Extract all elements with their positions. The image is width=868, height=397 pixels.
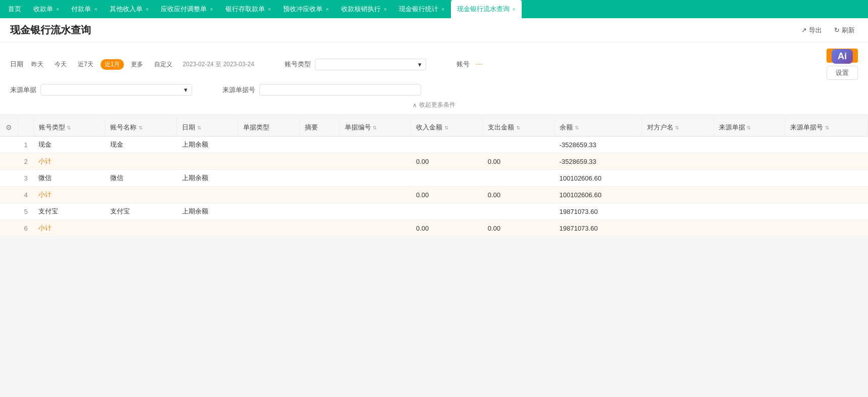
table-cell [238,203,299,220]
th-source-doc[interactable]: 来源单据 ⇅ [713,119,785,137]
th-expense[interactable]: 支出金额 ⇅ [483,119,555,137]
th-account-type[interactable]: 账号类型 ⇅ [33,119,105,137]
table-cell: 上期余额 [177,137,238,153]
page-header: 现金银行流水查询 ↗ 导出 ↻ 刷新 [0,18,868,42]
table-cell: 0.00 [411,187,483,203]
close-icon[interactable]: × [146,0,149,18]
date-btn-more[interactable]: 更多 [127,59,147,70]
nav-item-home[interactable]: 首页 [2,0,27,18]
table-cell: 上期余额 [177,170,238,187]
close-icon[interactable]: × [441,0,444,18]
sort-icon: ⇅ [444,125,448,130]
date-btn-custom[interactable]: 自定义 [150,59,176,70]
th-balance[interactable]: 余额 ⇅ [554,119,642,137]
refresh-button[interactable]: ↻ 刷新 [831,24,858,37]
nav-label-stats: 现金银行统计 [399,0,438,18]
sort-icon: ⇅ [747,125,751,130]
date-btn-1month[interactable]: 近1月 [101,59,124,70]
nav-item-receipt[interactable]: 收款单 × [27,0,65,18]
table-cell [177,187,238,203]
header-actions: ↗ 导出 ↻ 刷新 [798,24,858,37]
nav-item-flow[interactable]: 现金银行流水查询 × [451,0,522,18]
th-doc-no[interactable]: 单据编号 ⇅ [339,119,411,137]
table-row: 4小计0.000.00100102606.60 [0,187,868,203]
sort-icon: ⇅ [67,125,71,130]
table-row: 3微信微信上期余额100102606.60 [0,170,868,187]
nav-item-verify[interactable]: 收款核销执行 × [335,0,393,18]
row-settings-cell [0,220,18,237]
nav-item-other-income[interactable]: 其他收入单 × [104,0,155,18]
date-btn-yesterday[interactable]: 昨天 [27,59,48,70]
table-cell [105,153,177,170]
th-source-doc-no[interactable]: 来源单据号 ⇅ [785,119,868,137]
export-button[interactable]: ↗ 导出 [798,24,825,37]
table-body: 1现金现金上期余额-3528659.332小计0.000.00-3528659.… [0,137,868,237]
table-row: 2小计0.000.00-3528659.33 [0,153,868,170]
account-type-select[interactable]: ▾ [315,59,426,70]
gear-icon[interactable]: ⚙ [6,123,12,131]
sort-icon: ⇅ [373,125,377,130]
th-summary[interactable]: 摘要 [299,119,339,137]
nav-item-bank-deposit[interactable]: 银行存取款单 × [219,0,277,18]
table-cell [713,170,785,187]
table-area: ⚙ 账号类型 ⇅ 账号名称 ⇅ 日期 ⇅ 单据类型 摘要 单据编号 ⇅ 收入金额… [0,119,868,237]
source-doc-select[interactable]: ▾ [40,84,192,96]
date-btn-today[interactable]: 今天 [51,59,71,70]
table-cell [785,203,868,220]
close-icon[interactable]: × [94,0,97,18]
account-type-filter-group: 账号类型 ▾ [285,59,426,70]
filter-row-1: 日期 昨天 今天 近7天 近1月 更多 自定义 2023-02-24 至 202… [10,49,858,80]
table-cell: 2 [18,153,33,170]
source-doc-num-input[interactable] [259,84,421,96]
table-cell [642,137,713,153]
table-cell [177,220,238,237]
close-icon[interactable]: × [210,0,213,18]
th-settings[interactable]: ⚙ [0,119,18,137]
table-cell: 5 [18,203,33,220]
account-dots-button[interactable]: ··· [474,60,484,69]
table-cell [785,153,868,170]
close-icon[interactable]: × [56,0,59,18]
table-cell [299,170,339,187]
th-counterparty[interactable]: 对方户名 ⇅ [642,119,713,137]
close-icon[interactable]: × [384,0,387,18]
sort-icon: ⇅ [575,125,579,130]
ai-badge[interactable]: Ai [832,49,853,64]
close-icon[interactable]: × [326,0,329,18]
top-nav: 首页 收款单 × 付款单 × 其他收入单 × 应收应付调整单 × 银行存取款单 … [0,0,868,18]
nav-item-stats[interactable]: 现金银行统计 × [393,0,450,18]
nav-item-adjustment[interactable]: 应收应付调整单 × [155,0,219,18]
th-num [18,119,33,137]
table-cell [299,220,339,237]
table-cell [713,203,785,220]
th-account-name[interactable]: 账号名称 ⇅ [105,119,177,137]
settings-button[interactable]: 设置 [827,66,858,80]
table-cell [785,137,868,153]
table-cell: 支付宝 [105,203,177,220]
nav-label-receipt: 收款单 [33,0,53,18]
table-row: 5支付宝支付宝上期余额19871073.60 [0,203,868,220]
table-row: 6小计0.000.0019871073.60 [0,220,868,237]
table-cell [105,220,177,237]
close-icon[interactable]: × [268,0,271,18]
date-range-value: 2023-02-24 至 2023-03-24 [182,60,254,69]
table-cell: 0.00 [411,220,483,237]
row-settings-cell [0,187,18,203]
export-icon: ↗ [801,26,807,34]
close-icon[interactable]: × [513,0,516,18]
date-btn-7days[interactable]: 近7天 [74,59,98,70]
table-cell [411,170,483,187]
collapse-row[interactable]: ∧ 收起更多条件 [10,100,858,110]
th-doc-type[interactable]: 单据类型 [238,119,299,137]
th-date[interactable]: 日期 ⇅ [177,119,238,137]
nav-item-prepay[interactable]: 预收冲应收单 × [277,0,335,18]
table-cell [713,153,785,170]
th-income[interactable]: 收入金额 ⇅ [411,119,483,137]
table-cell [785,187,868,203]
table-cell: 100102606.60 [554,170,642,187]
table-cell: -3528659.33 [554,137,642,153]
table-cell [642,153,713,170]
export-label: 导出 [809,26,822,35]
nav-item-payment[interactable]: 付款单 × [65,0,103,18]
table-cell: 现金 [105,137,177,153]
